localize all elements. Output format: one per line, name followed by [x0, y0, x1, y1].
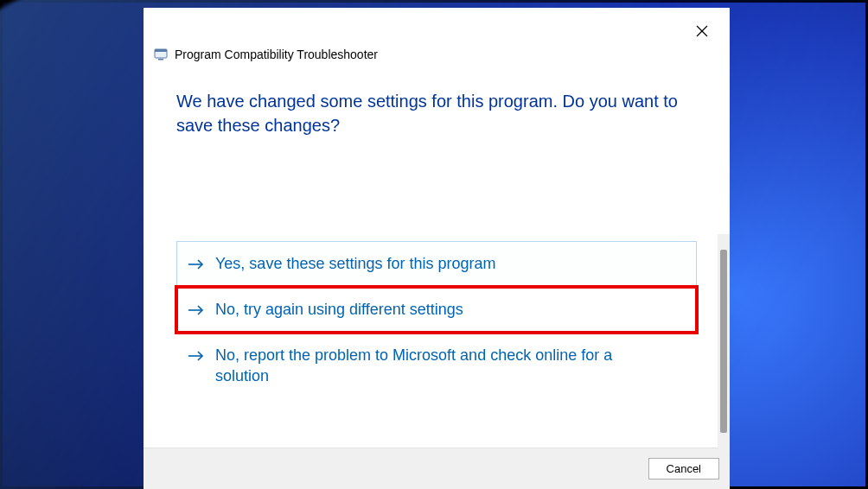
- option-try-again[interactable]: No, try again using different settings: [176, 287, 697, 333]
- cancel-button[interactable]: Cancel: [648, 458, 719, 479]
- dialog-footer: Cancel: [144, 448, 730, 489]
- page-heading: We have changed some settings for this p…: [176, 89, 697, 137]
- option-label: No, try again using different settings: [215, 299, 686, 320]
- option-label: No, report the problem to Microsoft and …: [215, 345, 686, 387]
- svg-rect-3: [155, 49, 167, 52]
- arrow-right-icon: [188, 254, 205, 275]
- content-area: We have changed some settings for this p…: [144, 61, 730, 448]
- titlebar: [144, 8, 730, 49]
- close-button[interactable]: [690, 20, 714, 44]
- option-label: Yes, save these settings for this progra…: [215, 253, 686, 274]
- window-title: Program Compatibility Troubleshooter: [175, 48, 378, 61]
- troubleshooter-icon: [154, 48, 168, 61]
- scrollbar[interactable]: [718, 234, 730, 448]
- option-save-settings[interactable]: Yes, save these settings for this progra…: [176, 241, 697, 287]
- scrollbar-thumb[interactable]: [720, 250, 727, 433]
- arrow-right-icon: [188, 300, 205, 321]
- header-row: Program Compatibility Troubleshooter: [144, 48, 730, 61]
- options-list: Yes, save these settings for this progra…: [176, 241, 697, 399]
- option-report-problem[interactable]: No, report the problem to Microsoft and …: [176, 333, 697, 399]
- troubleshooter-dialog: Program Compatibility Troubleshooter We …: [144, 8, 730, 489]
- svg-rect-4: [158, 59, 163, 60]
- arrow-right-icon: [188, 346, 205, 366]
- close-icon: [696, 25, 708, 40]
